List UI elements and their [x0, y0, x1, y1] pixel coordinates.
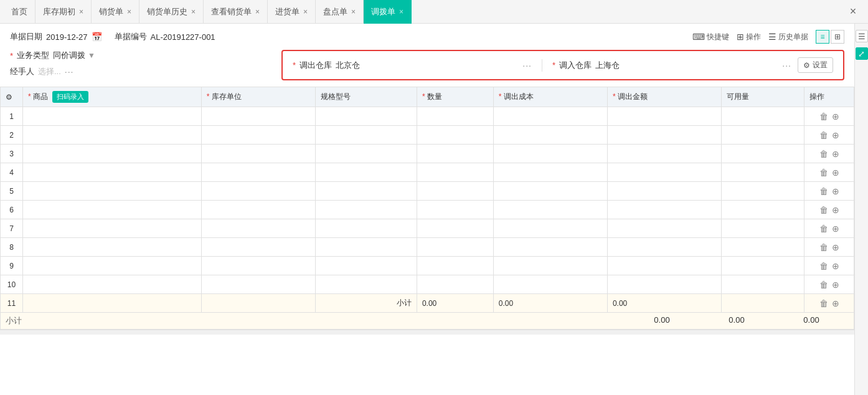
cell-cost[interactable] — [493, 238, 607, 257]
copy-icon[interactable]: ⊕ — [832, 224, 839, 234]
delete-icon[interactable]: 🗑 — [819, 149, 828, 159]
copy-icon[interactable]: ⊕ — [832, 298, 839, 308]
tab-sales-order[interactable]: 销货单 × — [92, 0, 139, 24]
cell-amount[interactable] — [607, 107, 721, 126]
cell-spec[interactable] — [315, 257, 417, 275]
cell-product[interactable] — [23, 238, 202, 257]
copy-icon[interactable]: ⊕ — [832, 205, 839, 215]
cell-product[interactable] — [23, 163, 202, 182]
cell-spec[interactable] — [315, 145, 417, 163]
copy-icon[interactable]: ⊕ — [832, 280, 839, 290]
cell-product[interactable] — [23, 107, 202, 126]
tab-sales-order-close[interactable]: × — [127, 7, 131, 16]
cell-product[interactable] — [23, 126, 202, 145]
delete-icon[interactable]: 🗑 — [819, 130, 828, 140]
cell-amount[interactable] — [607, 257, 721, 275]
copy-icon[interactable]: ⊕ — [832, 112, 839, 121]
cell-qty[interactable] — [417, 257, 493, 275]
tab-transfer-close[interactable]: × — [399, 7, 403, 16]
delete-icon[interactable]: 🗑 — [819, 168, 828, 178]
tab-stocktake-close[interactable]: × — [351, 7, 356, 16]
scan-input-btn[interactable]: 扫码录入 — [52, 91, 88, 103]
history-btn[interactable]: ☰ 历史单据 — [768, 32, 808, 42]
cell-unit[interactable] — [201, 145, 315, 163]
tab-stocktake[interactable]: 盘点单 × — [316, 0, 364, 24]
cell-qty[interactable] — [417, 145, 493, 163]
horizontal-scrollbar[interactable] — [0, 330, 854, 335]
handler-select[interactable]: 选择... — [38, 66, 61, 77]
delete-icon[interactable]: 🗑 — [819, 224, 828, 234]
cell-spec[interactable] — [315, 107, 417, 126]
warehouse-settings-btn[interactable]: ⚙ 设置 — [798, 57, 833, 73]
tab-inventory-init-close[interactable]: × — [79, 7, 83, 16]
cell-cost[interactable] — [493, 201, 607, 219]
cell-amount[interactable] — [607, 219, 721, 238]
tab-sales-history-close[interactable]: × — [191, 7, 196, 16]
tab-view-sales[interactable]: 查看销货单 × — [204, 0, 268, 24]
cell-cost[interactable] — [493, 163, 607, 182]
cell-cost[interactable] — [493, 182, 607, 201]
cell-unit[interactable] — [201, 219, 315, 238]
cell-product[interactable] — [23, 182, 202, 201]
copy-icon[interactable]: ⊕ — [832, 261, 839, 271]
th-gear[interactable]: ⚙ — [1, 87, 23, 107]
cell-cost[interactable] — [493, 257, 607, 275]
copy-icon[interactable]: ⊕ — [832, 168, 839, 178]
cell-qty[interactable] — [417, 275, 493, 294]
sidebar-notes-icon[interactable]: ☰ — [856, 30, 868, 42]
cell-cost[interactable] — [493, 107, 607, 126]
tab-sales-history[interactable]: 销货单历史 × — [139, 0, 204, 24]
cell-unit[interactable] — [201, 257, 315, 275]
cell-qty[interactable] — [417, 163, 493, 182]
handler-more-btn[interactable]: ··· — [65, 67, 74, 77]
sidebar-expand-icon[interactable]: ⤢ — [856, 47, 868, 60]
cell-amount[interactable] — [607, 163, 721, 182]
cell-amount[interactable] — [607, 182, 721, 201]
cell-spec[interactable] — [315, 163, 417, 182]
cell-product[interactable] — [23, 145, 202, 163]
copy-icon[interactable]: ⊕ — [832, 242, 839, 252]
cell-product[interactable] — [23, 275, 202, 294]
delete-icon[interactable]: 🗑 — [819, 261, 828, 271]
tab-home[interactable]: 首页 — [5, 0, 35, 24]
cell-product[interactable] — [23, 219, 202, 238]
cell-cost[interactable] — [493, 126, 607, 145]
cell-spec[interactable] — [315, 126, 417, 145]
copy-icon[interactable]: ⊕ — [832, 149, 839, 159]
copy-icon[interactable]: ⊕ — [832, 186, 839, 196]
cell-product[interactable] — [23, 201, 202, 219]
warehouse-in-more[interactable]: ··· — [782, 60, 791, 70]
delete-icon[interactable]: 🗑 — [819, 205, 828, 215]
cell-unit[interactable] — [201, 107, 315, 126]
delete-icon[interactable]: 🗑 — [819, 186, 828, 196]
cell-qty[interactable] — [417, 219, 493, 238]
cell-amount[interactable] — [607, 126, 721, 145]
biz-type-select[interactable]: 同价调拨 ▼ — [53, 50, 95, 61]
cell-amount[interactable] — [607, 145, 721, 163]
shortcut-btn[interactable]: ⌨ 快捷键 — [692, 32, 729, 42]
tab-view-sales-close[interactable]: × — [255, 7, 260, 16]
cell-cost[interactable] — [493, 145, 607, 163]
cell-cost[interactable] — [493, 219, 607, 238]
tab-inventory-init[interactable]: 库存期初 × — [35, 0, 92, 24]
cell-amount[interactable] — [607, 201, 721, 219]
delete-icon[interactable]: 🗑 — [819, 112, 828, 121]
cell-unit[interactable] — [201, 294, 315, 313]
calendar-icon[interactable]: 📅 — [92, 32, 102, 42]
cell-spec[interactable] — [315, 219, 417, 238]
copy-icon[interactable]: ⊕ — [832, 130, 839, 140]
cell-unit[interactable] — [201, 201, 315, 219]
delete-icon[interactable]: 🗑 — [819, 242, 828, 252]
close-window-button[interactable]: × — [843, 0, 863, 24]
cell-qty[interactable] — [417, 126, 493, 145]
delete-icon[interactable]: 🗑 — [819, 298, 828, 308]
cell-spec[interactable] — [315, 182, 417, 201]
cell-unit[interactable] — [201, 182, 315, 201]
cell-product[interactable] — [23, 294, 202, 313]
cell-product[interactable] — [23, 257, 202, 275]
tab-purchase-order-close[interactable]: × — [303, 7, 308, 16]
tab-purchase-order[interactable]: 进货单 × — [268, 0, 316, 24]
cell-spec[interactable] — [315, 275, 417, 294]
cell-unit[interactable] — [201, 126, 315, 145]
cell-spec[interactable] — [315, 238, 417, 257]
